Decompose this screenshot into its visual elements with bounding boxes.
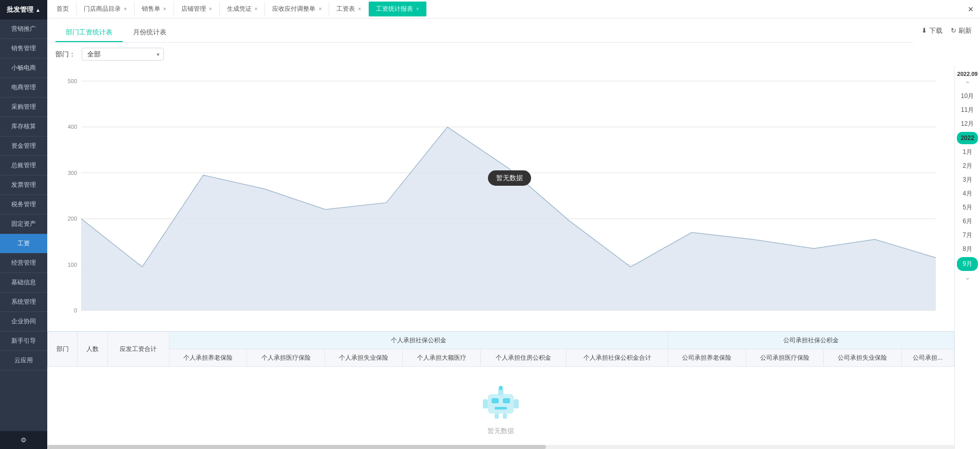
sub-tab-月份统计表[interactable]: 月份统计表 [123, 24, 177, 42]
dept-select[interactable]: 全部 [82, 48, 164, 61]
tab-close-icon[interactable]: × [255, 6, 258, 12]
scrollbar-thumb[interactable] [47, 445, 546, 449]
sidebar-item-采购管理[interactable]: 采购管理 [0, 97, 47, 117]
download-icon: ⬇ [921, 27, 927, 34]
chart-no-data-tooltip: 暂无数据 [488, 170, 531, 186]
tab-close-icon[interactable]: × [318, 6, 322, 12]
calendar-up-nav[interactable]: ⌃ [965, 79, 971, 89]
tab-label: 工资表 [336, 5, 355, 13]
dept-select-wrap: 全部 [82, 48, 164, 61]
th-个人承担社保公积金: 个人承担社保公积金 [169, 332, 668, 349]
refresh-button[interactable]: ↻ 刷新 [951, 26, 972, 35]
svg-rect-14 [503, 398, 510, 403]
th-sub-个人承担大额医疗: 个人承担大额医疗 [403, 349, 481, 367]
sidebar-item-云应用[interactable]: 云应用 [0, 351, 47, 370]
close-all-icon[interactable]: ✕ [968, 5, 974, 13]
chart-calendar-area: 0100200300400500 暂无数据 部门人数应发工资合计个人承担社保公积… [47, 66, 980, 449]
sidebar-footer-settings[interactable]: ⚙ [0, 431, 47, 449]
dept-filter-toolbar: 部门： 全部 [47, 43, 980, 66]
th-部门: 部门 [48, 332, 78, 367]
chart-container: 0100200300400500 暂无数据 [55, 71, 946, 326]
table-section: 部门人数应发工资合计个人承担社保公积金公司承担社保公积金 个人承担养老保险个人承… [47, 331, 954, 449]
table-header-sub: 个人承担养老保险个人承担医疗保险个人承担失业保险个人承担大额医疗个人承担住房公积… [48, 349, 954, 367]
sidebar: 批发管理 ▲ 营销推广销售管理小畅电商电商管理采购管理库存核算资金管理总账管理发… [0, 0, 47, 449]
tab-工资统计报表[interactable]: 工资统计报表× [369, 2, 427, 16]
tab-bar-close-btn[interactable]: ✕ [964, 5, 978, 13]
toolbar-right: ⬇ 下载 ↻ 刷新 [913, 21, 980, 41]
sidebar-header[interactable]: 批发管理 ▲ [0, 0, 47, 19]
sidebar-toggle-icon: ▲ [35, 7, 41, 13]
chart-area: 0100200300400500 暂无数据 [47, 66, 954, 331]
sidebar-item-发票管理[interactable]: 发票管理 [0, 175, 47, 195]
cal-month-7[interactable]: 7月 [955, 228, 980, 242]
sidebar-item-税务管理[interactable]: 税务管理 [0, 195, 47, 214]
cal-month-3[interactable]: 3月 [955, 173, 980, 187]
sidebar-item-新手引导[interactable]: 新手引导 [0, 331, 47, 351]
svg-text:400: 400 [68, 124, 77, 130]
cal-month-2[interactable]: 2月 [955, 159, 980, 173]
tab-close-icon[interactable]: × [163, 6, 166, 12]
tab-工资表[interactable]: 工资表× [329, 2, 369, 16]
cal-month-12[interactable]: 12月 [955, 117, 980, 131]
tab-门店商品目录[interactable]: 门店商品目录× [77, 2, 135, 16]
cal-month-10[interactable]: 10月 [955, 89, 980, 103]
content-area: 部门工资统计表月份统计表 ⬇ 下载 ↻ 刷新 部门： 全部 [47, 18, 980, 449]
sidebar-item-销售管理[interactable]: 销售管理 [0, 39, 47, 58]
table-body: 暂无数据 [48, 367, 954, 445]
sub-tab-部门工资统计表[interactable]: 部门工资统计表 [55, 24, 123, 42]
sidebar-item-营销推广[interactable]: 营销推广 [0, 19, 47, 39]
sidebar-item-系统管理[interactable]: 系统管理 [0, 292, 47, 312]
cal-month-4[interactable]: 4月 [955, 187, 980, 201]
svg-rect-20 [495, 414, 499, 419]
calendar-down-nav[interactable]: ⌄ [965, 272, 971, 282]
cal-year-2022[interactable]: 2022 [957, 132, 978, 144]
th-sub-个人承担住房公积金: 个人承担住房公积金 [480, 349, 566, 367]
th-sub-公司承担...: 公司承担... [901, 349, 954, 367]
tab-close-icon[interactable]: × [209, 6, 212, 12]
th-sub-个人承担养老保险: 个人承担养老保险 [169, 349, 247, 367]
sidebar-item-电商管理[interactable]: 电商管理 [0, 78, 47, 97]
sub-tabs: 部门工资统计表月份统计表 [47, 18, 913, 43]
cal-month-5[interactable]: 5月 [955, 201, 980, 214]
sidebar-item-基础信息[interactable]: 基础信息 [0, 273, 47, 292]
tab-店铺管理[interactable]: 店铺管理× [174, 2, 220, 16]
sidebar-item-总账管理[interactable]: 总账管理 [0, 156, 47, 175]
cal-month-9[interactable]: 9月 [957, 257, 978, 271]
tab-销售单[interactable]: 销售单× [135, 2, 174, 16]
download-button[interactable]: ⬇ 下载 [921, 26, 943, 35]
tab-生成凭证[interactable]: 生成凭证× [220, 2, 266, 16]
svg-rect-12 [488, 394, 514, 414]
sidebar-item-经营管理[interactable]: 经营管理 [0, 253, 47, 273]
sidebar-item-库存核算[interactable]: 库存核算 [0, 117, 47, 136]
sidebar-item-小畅电商[interactable]: 小畅电商 [0, 58, 47, 78]
tab-label: 工资统计报表 [376, 5, 413, 13]
th-人数: 人数 [78, 332, 107, 367]
sidebar-item-企业协同[interactable]: 企业协同 [0, 312, 47, 331]
th-应发工资合计: 应发工资合计 [107, 332, 169, 367]
sidebar-item-工资[interactable]: 工资 [0, 234, 47, 253]
tab-close-icon[interactable]: × [358, 6, 361, 12]
table-wrapper[interactable]: 部门人数应发工资合计个人承担社保公积金公司承担社保公积金 个人承担养老保险个人承… [47, 331, 954, 445]
th-公司承担社保公积金: 公司承担社保公积金 [668, 332, 954, 349]
tab-label: 首页 [56, 5, 69, 13]
tab-首页[interactable]: 首页 [49, 2, 77, 16]
tab-应收应付调整单[interactable]: 应收应付调整单× [265, 2, 329, 16]
data-table: 部门人数应发工资合计个人承担社保公积金公司承担社保公积金 个人承担养老保险个人承… [47, 331, 954, 445]
cal-month-1[interactable]: 1月 [955, 145, 980, 159]
cal-month-8[interactable]: 8月 [955, 242, 980, 256]
tab-close-icon[interactable]: × [124, 6, 127, 12]
sidebar-item-固定资产[interactable]: 固定资产 [0, 214, 47, 234]
th-sub-公司承担养老保险: 公司承担养老保险 [668, 349, 746, 367]
settings-icon: ⚙ [21, 436, 27, 444]
tab-label: 生成凭证 [227, 5, 252, 13]
scrollbar-track [47, 445, 954, 449]
svg-text:200: 200 [68, 216, 77, 222]
tab-label: 门店商品目录 [84, 5, 121, 13]
cal-month-6[interactable]: 6月 [955, 214, 980, 228]
refresh-icon: ↻ [951, 27, 956, 34]
sidebar-item-资金管理[interactable]: 资金管理 [0, 136, 47, 156]
empty-text: 暂无数据 [487, 426, 514, 436]
cal-month-11[interactable]: 11月 [955, 103, 980, 117]
tab-close-icon[interactable]: × [416, 6, 419, 12]
main-area: 首页门店商品目录×销售单×店铺管理×生成凭证×应收应付调整单×工资表×工资统计报… [47, 0, 980, 449]
